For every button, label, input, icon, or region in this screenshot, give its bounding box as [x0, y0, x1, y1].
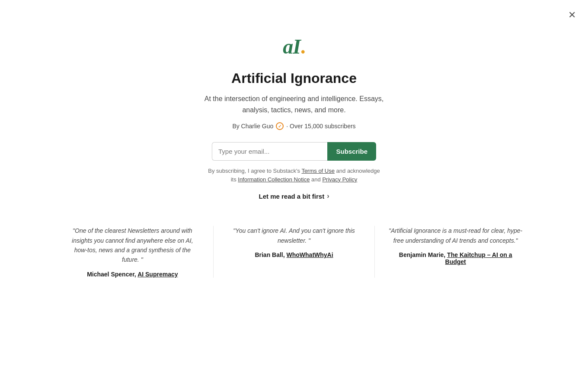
legal-and: and	[311, 176, 321, 183]
newsletter-description: At the intersection of engineering and i…	[203, 93, 385, 115]
testimonial-1-quote: "One of the clearest Newsletters around …	[65, 226, 200, 265]
email-input[interactable]	[212, 142, 327, 161]
main-container: aI. Artificial Ignorance At the intersec…	[0, 0, 588, 295]
legal-prefix: By subscribing, I agree to Substack's	[208, 168, 300, 174]
subscribe-button[interactable]: Subscribe	[327, 142, 376, 161]
subscribe-form: Subscribe	[212, 142, 376, 161]
testimonial-3-quote: "Artificial Ignorance is a must-read for…	[388, 226, 523, 245]
newsletter-title: Artificial Ignorance	[231, 70, 357, 86]
testimonial-3-author-name: Benjamin Marie,	[399, 251, 445, 258]
author-name: By Charlie Guo	[232, 123, 273, 130]
testimonial-2: "You can't ignore AI. And you can't igno…	[214, 226, 375, 278]
testimonial-2-author-link[interactable]: WhoWhatWhyAi	[287, 251, 333, 258]
legal-text: By subscribing, I agree to Substack's Te…	[208, 167, 380, 184]
close-button[interactable]: ✕	[565, 9, 579, 22]
read-first-button[interactable]: Let me read a bit first ›	[259, 192, 329, 200]
privacy-policy-link[interactable]: Privacy Policy	[322, 176, 357, 183]
read-first-label: Let me read a bit first	[259, 193, 324, 200]
logo-text-part: aI	[283, 35, 300, 58]
verified-icon: ✓	[276, 122, 284, 130]
testimonial-3-author-link[interactable]: The Kaitchup – AI on a Budget	[445, 251, 512, 265]
information-collection-link[interactable]: Information Collection Notice	[238, 176, 310, 183]
author-line: By Charlie Guo ✓ · Over 15,000 subscribe…	[232, 122, 355, 130]
testimonials-container: "One of the clearest Newsletters around …	[35, 226, 553, 278]
terms-of-use-link[interactable]: Terms of Use	[301, 168, 335, 174]
logo-dot: .	[300, 35, 305, 58]
testimonial-1-author-name: Michael Spencer,	[87, 271, 136, 278]
testimonial-2-quote: "You can't ignore AI. And you can't igno…	[227, 226, 362, 245]
testimonial-1-author: Michael Spencer, AI Supremacy	[65, 271, 200, 278]
testimonial-3: "Artificial Ignorance is a must-read for…	[375, 226, 536, 278]
testimonial-1: "One of the clearest Newsletters around …	[52, 226, 214, 278]
logo-container: aI.	[283, 35, 305, 58]
chevron-right-icon: ›	[327, 192, 329, 200]
testimonial-1-author-link[interactable]: AI Supremacy	[137, 271, 178, 278]
testimonial-2-author-name: Brian Ball,	[255, 251, 284, 258]
testimonial-3-author: Benjamin Marie, The Kaitchup – AI on a B…	[388, 251, 523, 265]
subscribers-count: · Over 15,000 subscribers	[286, 123, 355, 130]
logo: aI.	[283, 35, 305, 58]
testimonial-2-author: Brian Ball, WhoWhatWhyAi	[227, 251, 362, 258]
